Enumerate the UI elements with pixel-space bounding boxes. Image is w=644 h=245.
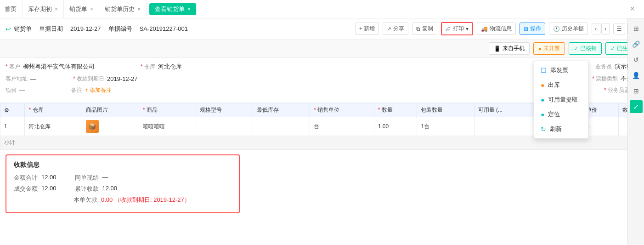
not-opened-icon: ● <box>538 46 542 52</box>
memo-label: 备注 <box>71 86 82 94</box>
number-label: 单据编号 <box>108 25 132 33</box>
dropdown-add-invoice[interactable]: ☐ 添发票 <box>534 63 588 78</box>
doc-meta: 单据日期 2019-12-27 单据编号 SA-20191227-001 <box>39 25 188 33</box>
row-no: 1 <box>0 117 25 136</box>
col-spec: 规格型号 <box>196 103 253 117</box>
warehouse-value: 河北仓库 <box>158 63 182 71</box>
row-image: 📦 <box>82 117 139 136</box>
address-field: 客户地址 — <box>6 75 36 83</box>
copy-icon: ⧉ <box>416 26 420 32</box>
payment-due: 本单欠款 0.00 （收款到期日: 2019-12-27） <box>73 196 190 204</box>
staff-label: 业务员 <box>595 63 612 71</box>
row-spec <box>196 117 253 136</box>
dropdown-outbound[interactable]: ● 出库 <box>534 78 588 92</box>
row-sales-unit: 台 <box>310 117 374 136</box>
col-image: 商品图片 <box>82 103 139 117</box>
sales-staff-label: 业务员盂 <box>604 86 630 94</box>
status-buttons-group: 📱 来自手机 ● 未开票 ✓ 已核销 ✓ 已生效 <box>489 42 638 55</box>
customer-value: 柳州粤港平安气体有限公司 <box>23 63 95 71</box>
customer-field: 客户 柳州粤港平安气体有限公司 <box>6 63 95 71</box>
tab-home[interactable]: 首页 <box>5 0 23 18</box>
print-dropdown-icon: ▾ <box>466 26 469 32</box>
operate-button[interactable]: ⊞ 操作 <box>520 23 545 35</box>
outbound-icon: ● <box>541 81 544 89</box>
main-content: ↩ 销货单 单据日期 2019-12-27 单据编号 SA-20191227-0… <box>0 18 644 245</box>
payment-accumulated: 累计收款 12.00 <box>75 185 118 193</box>
payment-box: 收款信息 金额合计 12.00 同单现结 — 成交金额 12.00 累计收款 <box>6 154 240 213</box>
payment-total: 金额合计 12.00 <box>14 174 56 182</box>
date-label: 单据日期 <box>39 25 63 33</box>
print-button[interactable]: 🖨 打印 ▾ <box>441 22 473 35</box>
due-date-field: 收款到期日 2019-12-27 <box>73 75 138 83</box>
sidebar-user-icon[interactable]: 👤 <box>630 69 643 82</box>
add-invoice-icon: ☐ <box>541 67 547 74</box>
address-value: — <box>30 75 36 82</box>
history-icon: 🕐 <box>553 26 560 32</box>
tab-view-sales[interactable]: 查看销货单 × <box>149 3 197 15</box>
doc-icon: ↩ <box>6 25 11 33</box>
payment-row-2: 成交金额 12.00 累计收款 12.00 <box>14 185 232 193</box>
logistics-icon: 🚚 <box>481 26 488 32</box>
from-phone-button[interactable]: 📱 来自手机 <box>489 42 530 55</box>
refresh-icon: ↻ <box>541 125 546 133</box>
payment-same-order: 同单现结 — <box>75 174 108 182</box>
share-button[interactable]: ↗ 分享 <box>383 23 408 35</box>
customer-label: 客户 <box>6 63 20 71</box>
nav-arrows: ‹ › <box>592 23 610 34</box>
tab-inventory-close[interactable]: × <box>55 6 58 12</box>
tab-sales[interactable]: 销货单 × <box>64 0 99 18</box>
available-qty-icon: ● <box>541 96 544 103</box>
tab-sales-history-close[interactable]: × <box>137 6 141 12</box>
dropdown-available-qty[interactable]: ● 可用量提取 <box>534 92 588 107</box>
project-label: 项目 <box>6 86 17 94</box>
prev-button[interactable]: ‹ <box>592 23 600 34</box>
row-warehouse: 河北仓库 <box>25 117 82 136</box>
locate-icon: ● <box>541 111 544 118</box>
due-date-label: 收款到期日 <box>73 75 104 83</box>
col-min-stock: 最低库存 <box>253 103 310 117</box>
sidebar-expand-icon[interactable]: ⊞ <box>630 22 643 35</box>
logistics-button[interactable]: 🚚 物流信息 <box>477 23 516 35</box>
tab-inventory[interactable]: 库存期初 × <box>23 0 64 18</box>
phone-icon: 📱 <box>494 46 501 52</box>
dropdown-menu: ☐ 添发票 ● 出库 ● 可用量提取 ● 定位 ↻ 刷新 <box>534 61 589 139</box>
approved-button[interactable]: ✓ 已核销 <box>569 42 602 55</box>
tab-sales-history[interactable]: 销货单历史 × <box>99 0 147 18</box>
col-product: 商品 <box>139 103 196 117</box>
dropdown-refresh[interactable]: ↻ 刷新 <box>534 122 588 137</box>
col-available: 可用量 (... <box>474 103 536 117</box>
col-settings: ⚙ <box>0 103 25 117</box>
row-available <box>474 117 536 136</box>
next-button[interactable]: › <box>601 23 610 34</box>
copy-button[interactable]: ⧉ 复制 <box>412 23 437 35</box>
tab-sales-close[interactable]: × <box>90 6 93 12</box>
approved-icon: ✓ <box>574 46 578 52</box>
sidebar-link-icon[interactable]: 🔗 <box>630 38 643 51</box>
project-field: 项目 — <box>6 86 25 94</box>
dropdown-locate[interactable]: ● 定位 <box>534 107 588 122</box>
payment-title: 收款信息 <box>14 161 232 169</box>
add-memo-button[interactable]: + 添加备注 <box>85 86 112 94</box>
doc-actions: + 新增 ↗ 分享 ⧉ 复制 🖨 打印 ▾ 🚚 物流信息 <box>355 22 638 35</box>
sidebar-fullscreen-icon[interactable]: ⤢ <box>630 100 643 113</box>
project-value: — <box>19 87 25 94</box>
print-icon: 🖨 <box>446 26 451 32</box>
tab-bar: 首页 库存期初 × 销货单 × 销货单历史 × 查看销货单 × × <box>0 0 644 18</box>
close-all-button[interactable]: × <box>625 4 639 14</box>
row-pack-qty: 1台 <box>417 117 474 136</box>
sidebar-rotate-icon[interactable]: ↺ <box>630 53 643 66</box>
payment-row-3: 本单欠款 0.00 （收款到期日: 2019-12-27） <box>14 196 232 204</box>
new-button[interactable]: + 新增 <box>355 23 379 35</box>
col-sales-unit: 销售单位 <box>310 103 374 117</box>
sidebar-table2-icon[interactable]: ⊞ <box>630 85 643 97</box>
right-sidebar: ⊞ 🔗 ↺ 👤 ⊞ ⤢ <box>627 18 644 245</box>
history-button[interactable]: 🕐 历史单据 <box>549 23 588 35</box>
status-bar: 📱 来自手机 ● 未开票 ✓ 已核销 ✓ 已生效 <box>0 40 644 58</box>
tab-view-sales-close[interactable]: × <box>187 6 191 12</box>
doc-header: ↩ 销货单 单据日期 2019-12-27 单据编号 SA-20191227-0… <box>0 18 644 40</box>
list-view-button[interactable]: ☰ <box>613 23 625 34</box>
share-icon: ↗ <box>387 26 391 32</box>
col-warehouse: 仓库 <box>25 103 82 117</box>
not-opened-button[interactable]: ● 未开票 <box>533 42 565 55</box>
operate-icon: ⊞ <box>524 26 528 32</box>
